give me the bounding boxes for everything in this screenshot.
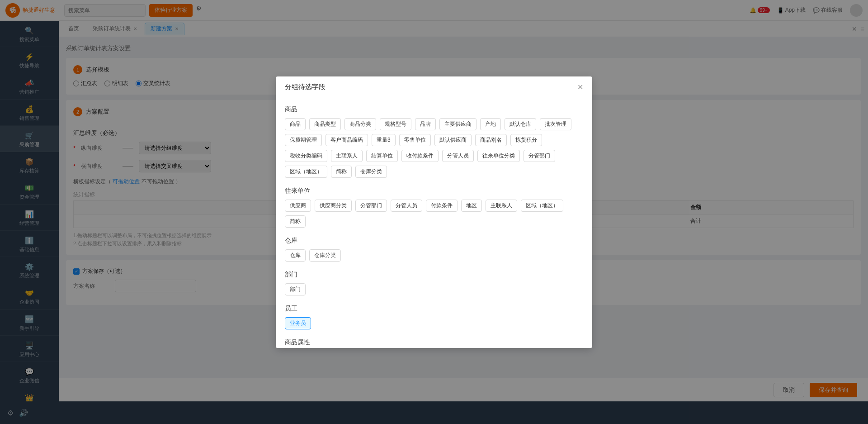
field-section-product-attr: 商品属性 属性 颜色 多规格 尺码 鞋码 1 [285, 338, 583, 348]
modal-body: 商品 商品 商品类型 商品分类 规格型号 品牌 主要供应商 产地 默认仓库 批次… [276, 98, 592, 348]
field-tag[interactable]: 商品 [285, 118, 306, 130]
field-tag[interactable]: 付款条件 [426, 200, 458, 212]
section-title-product: 商品 [285, 105, 583, 114]
field-tag[interactable]: 往来单位分类 [477, 150, 520, 162]
field-tags-warehouse: 仓库 仓库分类 [285, 249, 583, 262]
field-tag[interactable]: 分管部门 [524, 150, 555, 162]
field-tag[interactable]: 收付款条件 [401, 150, 439, 162]
modal-overlay: 分组待选字段 ✕ 商品 商品 商品类型 商品分类 规格型号 品牌 主要供应商 产… [0, 0, 868, 424]
field-tag[interactable]: 简称 [331, 166, 352, 178]
field-section-counterpart: 往来单位 供应商 供应商分类 分管部门 分管人员 付款条件 地区 主联系人 区域… [285, 187, 583, 228]
modal-title: 分组待选字段 [285, 83, 326, 91]
field-tag[interactable]: 仓库 [285, 249, 306, 262]
section-title-counterpart: 往来单位 [285, 187, 583, 195]
field-tags-counterpart: 供应商 供应商分类 分管部门 分管人员 付款条件 地区 主联系人 区域（地区） … [285, 200, 583, 228]
section-title-product-attr: 商品属性 [285, 338, 583, 347]
field-tag[interactable]: 供应商分类 [315, 200, 352, 212]
modal-close-icon[interactable]: ✕ [577, 83, 583, 91]
field-tag-salesperson[interactable]: 业务员 [285, 317, 311, 329]
modal-header: 分组待选字段 ✕ [276, 76, 592, 98]
field-tag[interactable]: 区域（地区） [521, 200, 563, 212]
field-tag[interactable]: 保质期管理 [285, 134, 322, 146]
field-tag[interactable]: 主联系人 [331, 150, 363, 162]
field-tag[interactable]: 主联系人 [486, 200, 517, 212]
field-section-warehouse: 仓库 仓库 仓库分类 [285, 237, 583, 262]
field-tag[interactable]: 默认供应商 [434, 134, 472, 146]
field-tag[interactable]: 商品类型 [309, 118, 341, 130]
field-tag[interactable]: 地区 [461, 200, 482, 212]
field-tag[interactable]: 税收分类编码 [285, 150, 327, 162]
section-title-department: 部门 [285, 271, 583, 279]
field-section-product: 商品 商品 商品类型 商品分类 规格型号 品牌 主要供应商 产地 默认仓库 批次… [285, 105, 583, 178]
field-tags-product: 商品 商品类型 商品分类 规格型号 品牌 主要供应商 产地 默认仓库 批次管理 … [285, 118, 583, 178]
field-tag[interactable]: 分管人员 [442, 150, 474, 162]
field-tag[interactable]: 仓库分类 [309, 249, 341, 262]
field-tag[interactable]: 供应商 [285, 200, 311, 212]
field-tag[interactable]: 部门 [285, 283, 306, 295]
field-tag[interactable]: 仓库分类 [355, 166, 387, 178]
field-tag[interactable]: 分管人员 [391, 200, 422, 212]
field-tag[interactable]: 产地 [480, 118, 501, 130]
field-tags-employee: 业务员 [285, 317, 583, 329]
section-title-warehouse: 仓库 [285, 237, 583, 245]
field-tag[interactable]: 结算单位 [366, 150, 398, 162]
field-tag[interactable]: 区域（地区） [285, 166, 327, 178]
modal: 分组待选字段 ✕ 商品 商品 商品类型 商品分类 规格型号 品牌 主要供应商 产… [276, 76, 592, 348]
field-tag[interactable]: 品牌 [415, 118, 436, 130]
field-tag[interactable]: 批次管理 [540, 118, 571, 130]
field-tag[interactable]: 主要供应商 [439, 118, 476, 130]
field-section-employee: 员工 业务员 [285, 305, 583, 329]
field-tag[interactable]: 重量3 [372, 134, 396, 146]
section-title-employee: 员工 [285, 305, 583, 313]
field-tag[interactable]: 零售单位 [399, 134, 431, 146]
field-tag[interactable]: 商品别名 [475, 134, 507, 146]
field-tag[interactable]: 客户商品编码 [326, 134, 368, 146]
field-tag[interactable]: 商品分类 [344, 118, 376, 130]
field-section-department: 部门 部门 [285, 271, 583, 295]
field-tags-department: 部门 [285, 283, 583, 295]
field-tag[interactable]: 默认仓库 [505, 118, 536, 130]
field-tag[interactable]: 拣货积分 [510, 134, 542, 146]
field-tag[interactable]: 分管部门 [355, 200, 387, 212]
field-tag[interactable]: 规格型号 [380, 118, 411, 130]
field-tag[interactable]: 简称 [285, 215, 306, 228]
